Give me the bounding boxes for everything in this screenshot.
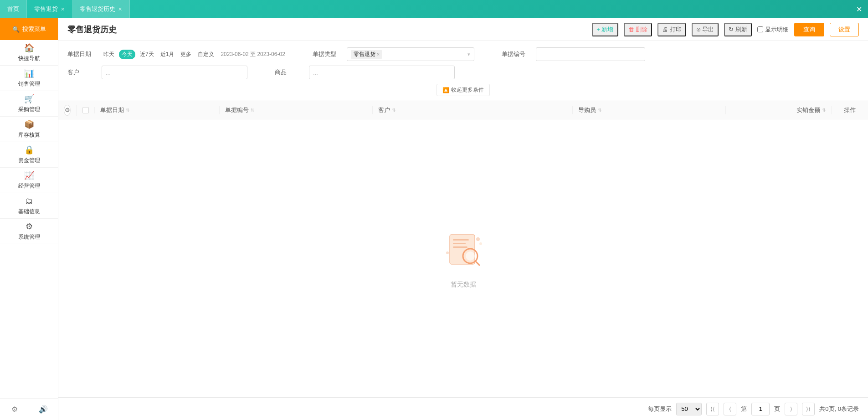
show-detail-checkbox[interactable] [757,26,763,32]
empty-state: 暂无数据 [58,119,868,397]
goods-dots: ... [313,69,318,76]
sort-date-icon: ⇅ [126,108,129,113]
refresh-button[interactable]: ↻ 刷新 [724,23,752,36]
inventory-icon: 📦 [24,119,34,129]
prev-page-button[interactable]: ⟨ [724,403,736,415]
top-bar: 首页 零售退货 ✕ 零售退货历史 ✕ ✕ [0,0,868,18]
date-filter-label: 单据日期 [67,50,92,58]
th-op-label: 操作 [844,106,856,114]
th-customer[interactable]: 客户 ⇅ [373,106,573,114]
sidebar-item-finance-label: 资金管理 [18,157,40,164]
tab-retail-return-history-close[interactable]: ✕ [118,6,122,12]
collapse-filter-button[interactable]: 🔼 收起更多条件 [437,84,490,96]
collapse-btn-label: 收起更多条件 [451,86,484,94]
sidebar-item-sales-label: 销售管理 [18,80,40,88]
customer-input[interactable]: ... [102,66,247,79]
sidebar-item-system-label: 系统管理 [18,233,40,241]
select-all-checkbox[interactable] [82,107,89,113]
doc-no-input[interactable] [536,47,645,61]
print-button[interactable]: 🖨 打印 [657,23,686,36]
date-shortcuts: 昨天 今天 近7天 近1月 更多 自定义 2023-06-02 至 2023-0… [102,50,285,59]
goods-label: 商品 [275,68,300,77]
date-btn-custom[interactable]: 自定义 [196,50,216,59]
date-btn-yesterday[interactable]: 昨天 [102,50,116,59]
sidebar-item-inventory[interactable]: 📦 库存核算 [0,117,58,142]
next-page-button[interactable]: ⟩ [785,403,797,415]
th-no-label: 单据编号 [225,106,249,114]
sidebar-item-basic-info-label: 基础信息 [18,208,40,215]
date-range-text: 2023-06-02 至 2023-06-02 [221,51,285,58]
th-no[interactable]: 单据编号 ⇅ [220,106,373,114]
customer-dots: ... [106,69,111,76]
total-records-text: 共0页, 0条记录 [819,405,859,413]
new-button[interactable]: + 新增 [592,23,618,36]
page-number-input[interactable] [751,403,770,415]
sidebar-settings-button[interactable]: ⚙ [6,401,23,418]
settings-button[interactable]: 设置 [830,23,859,36]
customer-label: 客户 [67,68,92,77]
page-label: 第 [741,405,747,413]
tab-retail-return-close[interactable]: ✕ [61,6,65,12]
tab-retail-return-history-label: 零售退货历史 [80,5,115,13]
tab-retail-return-history[interactable]: 零售退货历史 ✕ [72,0,130,18]
date-btn-more[interactable]: 更多 [179,50,193,59]
sidebar-item-basic-info[interactable]: 🗂 基础信息 [0,193,58,219]
page-title: 零售退货历史 [67,24,117,35]
tab-home[interactable]: 首页 [0,0,27,18]
chevron-up-icon: 🔼 [442,87,449,93]
sort-guide-icon: ⇅ [598,108,601,113]
th-settings: ⚙ [58,105,77,116]
th-date[interactable]: 单据日期 ⇅ [95,106,220,114]
sidebar-item-sales[interactable]: 📊 销售管理 [0,66,58,91]
th-op: 操作 [832,106,868,114]
doc-type-label: 单据类型 [313,50,338,58]
export-button[interactable]: ⊙ 导出 [692,23,719,36]
finance-icon: 🔒 [24,145,34,155]
svg-rect-1 [453,239,469,241]
per-page-label: 每页显示 [648,405,672,413]
goods-input[interactable]: ... [309,66,455,79]
date-btn-today[interactable]: 今天 [119,50,135,59]
header-actions: + 新增 🗑 删除 🖨 打印 ⊙ 导出 ↻ 刷新 显示明细 查询 设置 [592,23,859,36]
table-settings-button[interactable]: ⚙ [64,105,71,116]
doc-type-select[interactable]: 零售退货 × ▾ [347,47,474,61]
tab-retail-return[interactable]: 零售退货 ✕ [27,0,72,18]
last-page-button[interactable]: ⟩⟩ [802,403,815,415]
main-layout: 🔍 搜索菜单 🏠 快捷导航 📊 销售管理 🛒 采购管理 📦 库存核算 🔒 资金管… [0,18,868,420]
window-close-button[interactable]: ✕ [850,0,868,18]
sort-no-icon: ⇅ [251,108,254,113]
filter-area: 单据日期 昨天 今天 近7天 近1月 更多 自定义 2023-06-02 至 2… [58,41,868,101]
tab-list: 首页 零售退货 ✕ 零售退货历史 ✕ [0,0,850,18]
operations-icon: 📈 [24,170,34,180]
doc-type-tag-close[interactable]: × [377,51,380,57]
sidebar-search[interactable]: 🔍 搜索菜单 [0,18,58,40]
sidebar-item-system[interactable]: ⚙ 系统管理 [0,219,58,244]
sidebar-item-purchase-label: 采购管理 [18,106,40,113]
search-icon: 🔍 [12,26,20,33]
date-btn-7days[interactable]: 近7天 [138,50,156,59]
svg-point-8 [479,242,482,245]
sidebar-item-quick-nav[interactable]: 🏠 快捷导航 [0,40,58,66]
delete-button[interactable]: 🗑 删除 [624,23,652,36]
date-btn-1month[interactable]: 近1月 [159,50,176,59]
svg-line-6 [475,261,479,265]
filter-row-1: 单据日期 昨天 今天 近7天 近1月 更多 自定义 2023-06-02 至 2… [67,47,859,61]
basic-info-icon: 🗂 [25,196,33,206]
query-button[interactable]: 查询 [794,23,824,36]
sidebar-item-finance[interactable]: 🔒 资金管理 [0,142,58,168]
filter-row-2: 客户 ... 商品 ... [67,66,859,79]
sidebar-item-operations-label: 经营管理 [18,182,40,190]
table-area: ⚙ 单据日期 ⇅ 单据编号 ⇅ 客户 ⇅ 导购员 [58,101,868,397]
per-page-select[interactable]: 50 20 100 200 [676,403,702,415]
page-suffix: 页 [774,405,780,413]
th-amount-label: 实销金额 [796,106,820,114]
tab-home-label: 首页 [7,5,19,13]
show-detail-label: 显示明细 [757,26,789,34]
first-page-button[interactable]: ⟨⟨ [706,403,719,415]
sidebar-audio-button[interactable]: 🔊 [35,401,51,418]
sidebar-item-purchase[interactable]: 🛒 采购管理 [0,91,58,117]
th-guide[interactable]: 导购员 ⇅ [573,106,726,114]
system-icon: ⚙ [26,221,33,231]
sidebar-item-operations[interactable]: 📈 经营管理 [0,168,58,193]
th-amount[interactable]: 实销金额 ⇅ [726,106,832,114]
